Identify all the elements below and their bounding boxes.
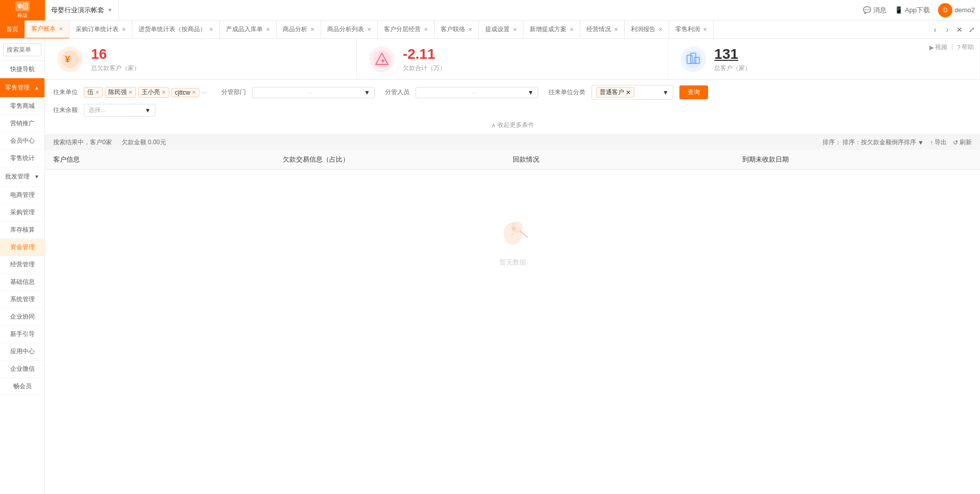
col-header-debt: 欠款交易信息（占比） [283, 155, 512, 164]
refresh-button[interactable]: ↺ 刷新 [953, 138, 972, 147]
tab-accounts[interactable]: 客户账本 ✕ [25, 20, 70, 39]
filter-label-unit-class: 往来单位分类 [549, 88, 585, 97]
sidebar-item-quick-nav[interactable]: 快捷导航 [0, 61, 44, 78]
tab-purchase-orders[interactable]: 采购订单统计表 ✕ [70, 20, 132, 39]
sidebar-item-retail-mgmt[interactable]: 零售管理 ▲ [0, 78, 44, 98]
filter-row-2: 往来余额 选择... ▼ [53, 104, 972, 117]
sidebar-item-purchase-mgmt[interactable]: 采购管理 [0, 204, 44, 221]
user-avatar[interactable]: D demo2 [938, 3, 975, 17]
stat-icon-blue [680, 47, 706, 72]
stat-value-customers: 16 [91, 46, 140, 63]
tab-retail-profit[interactable]: 零售利润 ✕ [669, 20, 714, 39]
close-icon[interactable]: ✕ [513, 27, 517, 32]
close-icon[interactable]: ✕ [703, 27, 707, 32]
filter-select-balance[interactable]: 选择... ▼ [84, 104, 155, 117]
filter-select-dept[interactable]: ··· ▼ [252, 87, 375, 98]
sidebar-item-ecom-mgmt[interactable]: 电商管理 [0, 187, 44, 204]
sidebar-item-retail-stats[interactable]: 零售统计 [0, 150, 44, 167]
sidebar-item-retail-mall[interactable]: 零售商城 [0, 98, 44, 115]
nav-close-all-button[interactable]: ✕ [953, 24, 966, 36]
data-table: 客户信息 欠款交易信息（占比） 回款情况 到期未收款日期 暂无数据 [45, 150, 980, 494]
message-button[interactable]: 💬 消息 [863, 6, 886, 15]
sidebar-search-area [0, 39, 44, 61]
video-link[interactable]: ▶ 视频 [929, 43, 947, 52]
close-icon[interactable]: ✕ [614, 27, 618, 32]
sidebar-item-marketing[interactable]: 营销推广 [0, 115, 44, 132]
sidebar-item-system-mgmt[interactable]: 系统管理 [0, 291, 44, 308]
sidebar-item-inventory[interactable]: 库存核算 [0, 221, 44, 239]
query-button[interactable]: 查询 [679, 85, 708, 99]
tab-inbound-stats[interactable]: 进货单统计表（按商品） ✕ [132, 20, 220, 39]
sidebar-item-pro-member[interactable]: 畅会员 [0, 378, 44, 395]
close-icon[interactable]: ✕ [658, 27, 663, 32]
tab-customer-tier[interactable]: 客户分层经营 ✕ [378, 20, 435, 39]
svg-text:¥: ¥ [65, 54, 70, 64]
sidebar-item-enterprise-coop[interactable]: 企业协同 [0, 308, 44, 326]
sort-select[interactable]: 排序： 排序：按欠款金额倒序排序 ▼ [823, 138, 924, 147]
stat-label-customers: 总欠款客户（家） [91, 64, 140, 73]
logo-area[interactable]: ¥ ⚡ 标版 [0, 0, 45, 20]
more-tags-button[interactable]: ··· [201, 88, 207, 96]
filter-select-person[interactable]: ··· ▼ [416, 87, 538, 98]
sidebar-item-batch-mgmt[interactable]: 批发管理 ▼ [0, 167, 44, 187]
sidebar-item-biz-mgmt[interactable]: 经营管理 [0, 256, 44, 274]
top-bar: ¥ ⚡ 标版 母婴行业演示帐套 ▼ 💬 消息 📱 App下载 D demo2 [0, 0, 980, 20]
filter-label-dept: 分管部门 [221, 88, 246, 97]
tab-profit-report[interactable]: 利润报告 ✕ [625, 20, 669, 39]
tab-biz-situation[interactable]: 经营情况 ✕ [580, 20, 625, 39]
sidebar-item-member-center[interactable]: 会员中心 [0, 132, 44, 150]
filter-class-tag: 普通客户 ✕ [596, 87, 634, 98]
company-selector[interactable]: 母婴行业演示帐套 ▼ [45, 0, 119, 20]
filter-row-1: 往来单位 伍 ✕ 陈民强 ✕ 王小亮 ✕ cjttcw [53, 85, 972, 100]
tab-promotion-settings[interactable]: 提成设置 ✕ [479, 20, 523, 39]
filter-tag-cjttcw: cjttcw ✕ [171, 88, 199, 97]
sidebar-item-new-user-guide[interactable]: 新手引导 [0, 326, 44, 343]
nav-controls: ‹ › ✕ ⤢ [929, 20, 980, 38]
tab-new-scheme[interactable]: 新增提成方案 ✕ [523, 20, 580, 39]
tab-product-analysis[interactable]: 商品分析 ✕ [277, 20, 321, 39]
close-icon[interactable]: ✕ [310, 27, 314, 32]
col-header-customer: 客户信息 [53, 155, 283, 164]
tab-cost-inbound[interactable]: 产成品入库单 ✕ [220, 20, 277, 39]
remove-class-tag-button[interactable]: ✕ [626, 89, 631, 96]
close-icon[interactable]: ✕ [569, 27, 574, 32]
stat-icon-pink: ✦ [369, 47, 395, 72]
sidebar-item-enterprise-wechat[interactable]: 企业微信 [0, 361, 44, 378]
chevron-down-icon: ▼ [663, 89, 669, 96]
svg-point-16 [512, 227, 516, 231]
close-icon[interactable]: ✕ [122, 27, 126, 32]
sidebar-item-finance-mgmt[interactable]: 资金管理 [0, 239, 44, 256]
close-icon[interactable]: ✕ [209, 27, 213, 32]
remove-tag-wu-button[interactable]: ✕ [95, 89, 99, 95]
avatar-image: D [938, 3, 952, 17]
remove-tag-chen-button[interactable]: ✕ [128, 89, 132, 95]
chevron-down-icon: ▼ [107, 7, 112, 13]
close-icon[interactable]: ✕ [266, 27, 270, 32]
close-icon[interactable]: ✕ [424, 27, 428, 32]
remove-tag-cjttcw-button[interactable]: ✕ [192, 89, 196, 95]
filter-tags-unit: 伍 ✕ 陈民强 ✕ 王小亮 ✕ cjttcw ✕ ··· [84, 87, 207, 98]
search-input[interactable] [3, 43, 41, 56]
collapse-filters-button[interactable]: ∧ 收起更多条件 [491, 121, 534, 129]
close-icon[interactable]: ✕ [468, 27, 472, 32]
col-header-date: 到期未收款日期 [742, 155, 972, 164]
tab-product-analysis-list[interactable]: 商品分析列表 ✕ [321, 20, 378, 39]
close-icon[interactable]: ✕ [367, 27, 371, 32]
nav-next-button[interactable]: › [941, 24, 953, 36]
tab-customer-contact[interactable]: 客户联络 ✕ [435, 20, 479, 39]
stats-bar: ¥ 16 总欠款客户（家） ✦ -2.11 [45, 39, 980, 80]
sidebar-item-app-center[interactable]: 应用中心 [0, 343, 44, 361]
close-icon[interactable]: ✕ [59, 26, 63, 32]
sidebar-item-basic-info[interactable]: 基础信息 [0, 274, 44, 291]
filter-select-unit-class[interactable]: 普通客户 ✕ ▼ [591, 85, 673, 100]
nav-prev-button[interactable]: ‹ [929, 24, 941, 36]
export-button[interactable]: ↑ 导出 [930, 138, 947, 147]
arrow-icon: ▼ [34, 174, 39, 179]
chevron-down-icon: ▼ [364, 89, 370, 96]
top-right-links: ▶ 视频 | ? 帮助 [929, 43, 974, 52]
help-link[interactable]: ? 帮助 [957, 43, 974, 52]
tab-home[interactable]: 首页 [0, 20, 25, 39]
remove-tag-wang-button[interactable]: ✕ [162, 89, 166, 95]
app-download-button[interactable]: 📱 App下载 [895, 6, 930, 15]
nav-expand-button[interactable]: ⤢ [966, 24, 978, 36]
